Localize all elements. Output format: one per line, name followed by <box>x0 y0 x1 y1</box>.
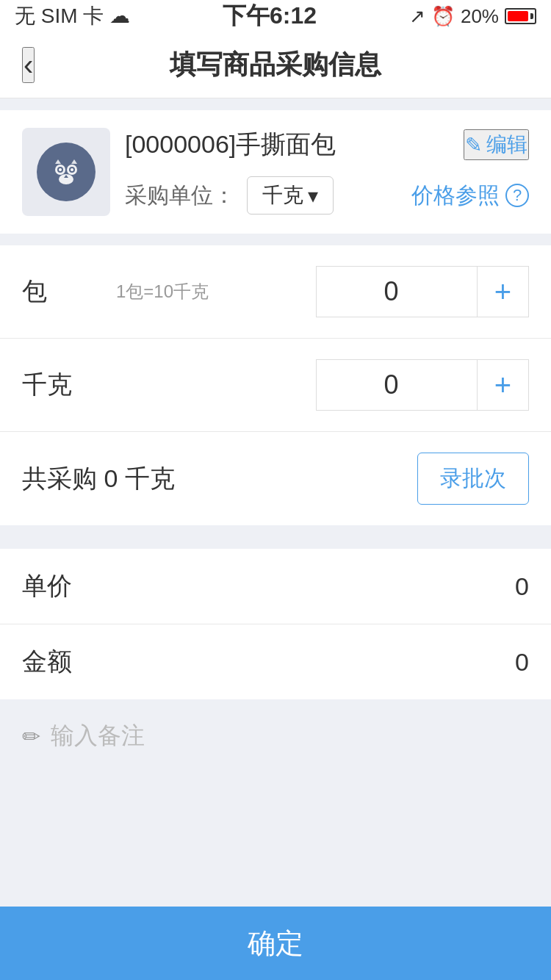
unit-value: 千克 <box>262 181 303 209</box>
status-right: ↗ ⏰ 20% <box>409 5 536 28</box>
product-logo <box>37 143 96 201</box>
price-row: 单价 0 <box>0 549 551 624</box>
quantity-plus-bao[interactable]: + <box>478 266 529 317</box>
product-card: [0000006]手撕面包 ✎ 编辑 采购单位： 千克 ▾ 价格参照 ? <box>0 110 551 234</box>
price-ref-button[interactable]: 价格参照 ? <box>411 181 529 211</box>
owl-icon <box>48 154 84 190</box>
product-image <box>22 128 110 216</box>
unit-select[interactable]: 千克 ▾ <box>247 176 334 215</box>
quantity-row-bao: 包 1包=10千克 0 + <box>0 245 551 339</box>
quantity-label-bao: 包 <box>22 275 110 309</box>
location-icon: ↗ <box>409 5 425 28</box>
svg-point-5 <box>71 168 73 171</box>
price-ref-label: 价格参照 <box>411 181 500 211</box>
quantity-label-kg: 千克 <box>22 368 110 402</box>
svg-point-4 <box>59 168 62 171</box>
confirm-button[interactable]: 确定 <box>0 907 551 980</box>
summary-text: 共采购 0 千克 <box>22 462 175 496</box>
nav-bar: ‹ 填写商品采购信息 <box>0 32 551 98</box>
page-title: 填写商品采购信息 <box>170 47 381 83</box>
quantity-input-kg[interactable]: 0 <box>316 359 478 411</box>
product-info: [0000006]手撕面包 ✎ 编辑 采购单位： 千克 ▾ 价格参照 ? <box>125 128 529 215</box>
alarm-icon: ⏰ <box>431 5 455 28</box>
quantity-section: 包 1包=10千克 0 + 千克 0 + <box>0 245 551 432</box>
product-name: [0000006]手撕面包 <box>125 128 336 162</box>
svg-marker-8 <box>55 159 61 164</box>
quantity-input-bao[interactable]: 0 <box>316 266 478 317</box>
divider-band <box>0 234 551 245</box>
status-left: 无 SIM 卡 ☁ <box>15 2 130 30</box>
purchase-unit-label: 采购单位： <box>125 181 235 211</box>
quantity-plus-kg[interactable]: + <box>478 359 529 411</box>
unit-arrow-icon: ▾ <box>308 184 318 208</box>
edit-label: 编辑 <box>486 131 527 159</box>
quantity-input-group-bao: 0 + <box>316 266 529 317</box>
quantity-input-group-kg: 0 + <box>316 359 529 411</box>
pencil-icon: ✏ <box>22 724 40 749</box>
battery-icon <box>505 8 536 24</box>
quantity-sublabel-bao: 1包=10千克 <box>116 280 209 303</box>
info-section: 单价 0 金额 0 <box>0 549 551 699</box>
purchase-unit-row: 采购单位： 千克 ▾ 价格参照 ? <box>125 176 529 215</box>
back-button[interactable]: ‹ <box>22 47 35 83</box>
summary-row: 共采购 0 千克 录批次 <box>0 432 551 525</box>
svg-marker-9 <box>71 159 77 164</box>
product-name-row: [0000006]手撕面包 ✎ 编辑 <box>125 128 529 162</box>
edit-icon: ✎ <box>465 133 482 157</box>
status-time: 下午6:12 <box>223 0 317 32</box>
price-value: 0 <box>515 572 529 601</box>
edit-button[interactable]: ✎ 编辑 <box>464 129 529 160</box>
quantity-row-kg: 千克 0 + <box>0 339 551 432</box>
sim-label: 无 SIM 卡 ☁ <box>15 2 130 30</box>
price-label: 单价 <box>22 569 72 603</box>
remark-section[interactable]: ✏ 输入备注 <box>0 699 551 773</box>
status-bar: 无 SIM 卡 ☁ 下午6:12 ↗ ⏰ 20% <box>0 0 551 32</box>
divider-band-2 <box>0 525 551 537</box>
amount-row: 金额 0 <box>0 624 551 699</box>
battery-percent: 20% <box>461 5 499 28</box>
amount-value: 0 <box>515 648 529 677</box>
batch-button[interactable]: 录批次 <box>417 453 529 505</box>
help-icon: ? <box>505 184 529 207</box>
remark-placeholder: 输入备注 <box>51 720 145 752</box>
amount-label: 金额 <box>22 645 72 679</box>
